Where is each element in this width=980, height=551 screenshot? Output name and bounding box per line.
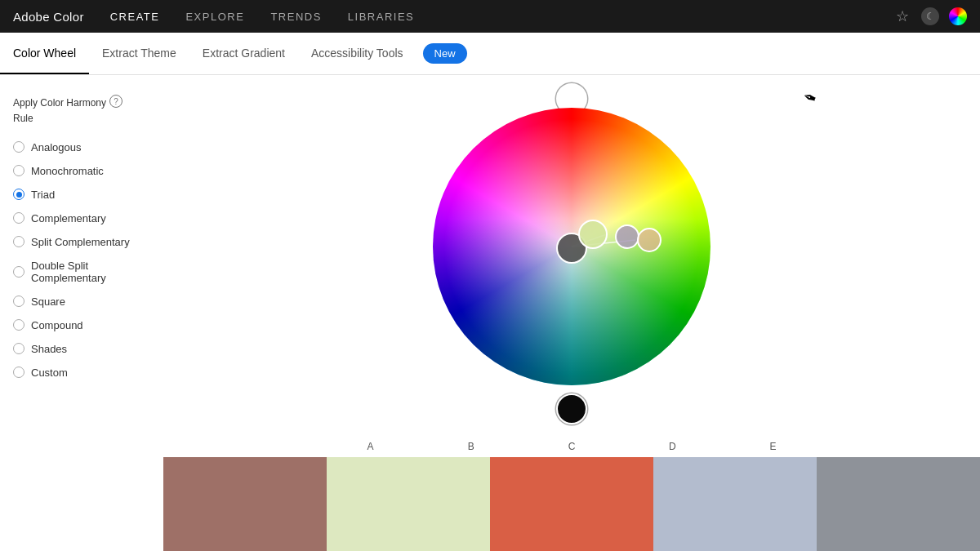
radio-label: Double Split Complementary xyxy=(31,260,150,284)
swatch-label: C xyxy=(521,441,621,457)
harmony-rule-item[interactable]: Double Split Complementary xyxy=(0,254,163,290)
radio-label: Triad xyxy=(31,189,55,201)
radio-button[interactable] xyxy=(13,343,24,354)
radio-label: Shades xyxy=(31,343,67,355)
nav-left: Adobe Color CREATE EXPLORE TRENDS LIBRAR… xyxy=(13,10,414,24)
sub-navigation: Color Wheel Extract Theme Extract Gradie… xyxy=(0,33,980,75)
radio-button[interactable] xyxy=(13,295,24,307)
new-badge[interactable]: New xyxy=(423,43,467,64)
harmony-rule-item[interactable]: Monochromatic xyxy=(0,159,163,183)
harmony-rule-item[interactable]: Shades xyxy=(0,337,163,361)
harmony-rule-item[interactable]: Analogous xyxy=(0,136,163,159)
star-icon[interactable]: ☆ xyxy=(893,7,911,25)
tab-extract-gradient[interactable]: Extract Gradient xyxy=(189,33,298,74)
swatches xyxy=(163,457,980,551)
radio-button[interactable] xyxy=(13,189,24,200)
radio-label: Split Complementary xyxy=(31,236,130,248)
harmony-rule-item[interactable]: Split Complementary xyxy=(0,230,163,254)
tab-extract-theme[interactable]: Extract Theme xyxy=(89,33,189,74)
top-navigation: Adobe Color CREATE EXPLORE TRENDS LIBRAR… xyxy=(0,0,980,33)
nav-explore[interactable]: EXPLORE xyxy=(185,11,244,23)
radio-button[interactable] xyxy=(13,212,24,224)
radio-button[interactable] xyxy=(13,165,24,176)
harmony-title-line2: Rule xyxy=(13,113,33,124)
harmony-rule-item[interactable]: Custom xyxy=(0,361,163,384)
nav-links: CREATE EXPLORE TRENDS LIBRARIES xyxy=(110,11,415,23)
nav-create[interactable]: CREATE xyxy=(110,11,160,23)
radio-label: Compound xyxy=(31,319,83,331)
tab-accessibility-tools[interactable]: Accessibility Tools xyxy=(298,33,416,74)
radio-button[interactable] xyxy=(13,236,24,247)
radio-label: Custom xyxy=(31,367,68,379)
radio-button[interactable] xyxy=(13,266,24,278)
tab-color-wheel[interactable]: Color Wheel xyxy=(0,33,89,74)
radio-label: Complementary xyxy=(31,212,106,224)
color-swatch[interactable] xyxy=(490,457,653,551)
harmony-rule-label: Apply Color Harmony Rule xyxy=(13,95,106,126)
harmony-rule-item[interactable]: Compound xyxy=(0,313,163,337)
swatch-label: D xyxy=(622,441,723,457)
swatch-label: A xyxy=(320,441,421,457)
color-swatch[interactable] xyxy=(653,457,817,551)
radio-button[interactable] xyxy=(13,319,24,331)
eyedropper-icon[interactable]: ✒ xyxy=(800,87,819,109)
main-content: Apply Color Harmony Rule ? AnalogousMono… xyxy=(0,75,980,551)
color-wheel-container[interactable] xyxy=(433,108,710,385)
nav-right: ☆ ☾ xyxy=(893,7,967,25)
color-wheel-dark-overlay xyxy=(433,108,710,385)
sidebar: Apply Color Harmony Rule ? AnalogousMono… xyxy=(0,75,163,551)
brand-logo: Adobe Color xyxy=(13,10,84,24)
harmony-rule-item[interactable]: Complementary xyxy=(0,207,163,230)
radio-button[interactable] xyxy=(13,367,24,378)
color-swatch[interactable] xyxy=(327,457,490,551)
harmony-rule-header: Apply Color Harmony Rule ? xyxy=(0,88,163,136)
nav-trends[interactable]: TRENDS xyxy=(270,11,321,23)
radio-label: Monochromatic xyxy=(31,165,104,177)
radio-button[interactable] xyxy=(13,141,24,153)
swatch-label: E xyxy=(723,441,823,457)
swatch-labels: ABCDE xyxy=(163,441,980,457)
swatches-area: ABCDE xyxy=(163,441,980,551)
moon-icon[interactable]: ☾ xyxy=(921,7,939,25)
harmony-rule-item[interactable]: Square xyxy=(0,290,163,313)
wheel-area: ✒ xyxy=(163,75,980,551)
nav-libraries[interactable]: LIBRARIES xyxy=(348,11,414,23)
harmony-rules-list: AnalogousMonochromaticTriadComplementary… xyxy=(0,136,163,384)
radio-label: Analogous xyxy=(31,141,81,153)
harmony-rule-item[interactable]: Triad xyxy=(0,183,163,207)
radio-label: Square xyxy=(31,295,65,308)
swatch-label: B xyxy=(421,441,521,457)
bottom-color-handle[interactable] xyxy=(556,393,587,424)
harmony-help-icon[interactable]: ? xyxy=(109,95,122,108)
harmony-title-line1: Apply Color Harmony xyxy=(13,97,106,109)
app-switcher-icon[interactable] xyxy=(949,7,967,25)
color-swatch[interactable] xyxy=(163,457,327,551)
color-swatch[interactable] xyxy=(817,457,980,551)
